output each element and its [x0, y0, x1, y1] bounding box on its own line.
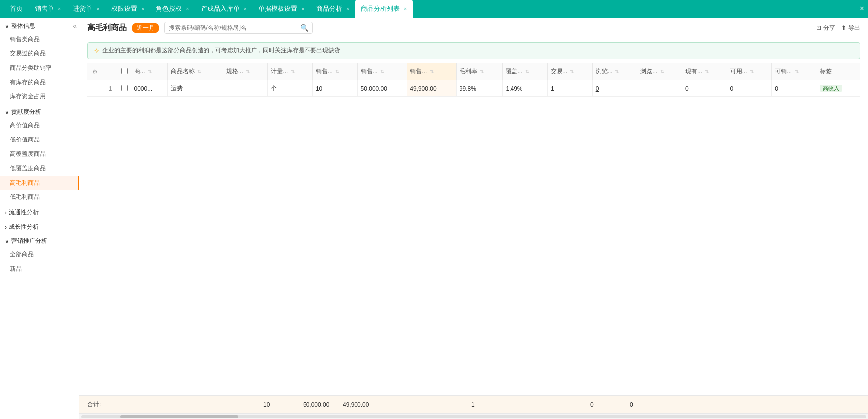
sort-icon: ⇅ — [480, 69, 484, 74]
scroll-track — [81, 415, 866, 418]
chevron-down-icon: ∨ — [5, 23, 9, 30]
row-coverage: 1.49% — [503, 80, 548, 97]
sidebar-group-liquidity[interactable]: › 流通性分析 — [0, 204, 79, 219]
footer-sales-qty: 10 — [260, 401, 300, 408]
sort-icon: ⇅ — [570, 69, 574, 74]
sidebar-item-category-sales-rate[interactable]: 商品分类助销率 — [0, 61, 79, 75]
sidebar-item-low-coverage[interactable]: 低覆盖度商品 — [0, 161, 79, 176]
sidebar-item-new-products[interactable]: 新品 — [0, 262, 79, 276]
sidebar-item-high-margin[interactable]: 高毛利商品 — [0, 176, 79, 190]
column-settings-icon[interactable]: ⚙ — [87, 63, 103, 80]
nav-tab-home[interactable]: 首页 — [4, 0, 29, 18]
close-icon[interactable]: × — [141, 6, 144, 12]
nav-tab-permissions[interactable]: 权限设置 × — [105, 0, 150, 18]
sort-icon: ⇅ — [795, 69, 799, 74]
content-area: 高毛利商品 近一月 🔍 ⊡ 分享 ⬆ 导出 ✧ 企业的主要的利润都是这部分商品创… — [79, 18, 868, 419]
column-transactions[interactable]: 交易... ⇅ — [548, 63, 593, 80]
page-title: 高毛利商品 — [87, 23, 127, 33]
chevron-down-icon: ∨ — [5, 109, 9, 116]
close-icon[interactable]: × — [186, 6, 189, 12]
scroll-thumb[interactable] — [120, 415, 238, 418]
nav-tab-product-analysis-list[interactable]: 商品分析列表 × — [355, 0, 412, 18]
footer-transactions: 1 — [468, 401, 508, 408]
column-spec[interactable]: 规格... ⇅ — [223, 63, 268, 80]
table-container: ⚙ 商... ⇅ 商品名称 ⇅ — [79, 63, 868, 395]
row-available-stock: 0 — [727, 80, 772, 97]
sort-icon: ⇅ — [705, 69, 709, 74]
row-unit: 个 — [268, 80, 313, 97]
row-checkbox-cell[interactable] — [118, 80, 131, 97]
column-code[interactable]: 商... ⇅ — [131, 63, 168, 80]
sidebar-group-growth[interactable]: › 成长性分析 — [0, 219, 79, 233]
tag-badge: 高收入 — [820, 85, 842, 92]
sidebar-group-overall[interactable]: ∨ 整体信息 — [0, 18, 79, 32]
top-nav: 首页 销售单 × 进货单 × 权限设置 × 角色授权 × 产成品入库单 × 单据… — [0, 0, 868, 18]
nav-tab-purchase[interactable]: 进货单 × — [67, 0, 105, 18]
select-all-checkbox[interactable] — [121, 68, 128, 74]
sidebar-item-high-value[interactable]: 高价值商品 — [0, 118, 79, 133]
column-sales-qty[interactable]: 销售... ⇅ — [312, 63, 357, 80]
column-name[interactable]: 商品名称 ⇅ — [168, 63, 223, 80]
sidebar-item-all-products[interactable]: 全部商品 — [0, 247, 79, 262]
footer-sales-profit: 49,900.00 — [340, 401, 389, 408]
column-checkbox[interactable] — [118, 63, 131, 80]
filter-recent-month-button[interactable]: 近一月 — [132, 23, 159, 33]
sidebar-collapse-button[interactable]: « — [73, 22, 77, 30]
row-views2 — [637, 80, 682, 97]
sidebar-item-in-stock-products[interactable]: 有库存的商品 — [0, 75, 79, 90]
info-icon: ✧ — [94, 47, 100, 55]
column-sellable-stock[interactable]: 可销... ⇅ — [772, 63, 817, 80]
sort-icon: ⇅ — [197, 69, 201, 74]
column-current-stock[interactable]: 现有... ⇅ — [682, 63, 727, 80]
column-available-stock[interactable]: 可用... ⇅ — [727, 63, 772, 80]
sidebar-item-high-coverage[interactable]: 高覆盖度商品 — [0, 147, 79, 161]
sidebar-group-contribution[interactable]: ∨ 贡献度分析 — [0, 104, 79, 118]
row-index: 1 — [103, 80, 118, 97]
sidebar-item-low-margin[interactable]: 低毛利商品 — [0, 190, 79, 204]
share-icon: ⊡ — [817, 24, 821, 31]
close-icon[interactable]: × — [96, 6, 99, 12]
table-header-row: ⚙ 商... ⇅ 商品名称 ⇅ — [87, 63, 860, 80]
close-icon[interactable]: × — [346, 6, 349, 12]
nav-tab-sales[interactable]: 销售单 × — [29, 0, 67, 18]
nav-tab-template[interactable]: 单据模板设置 × — [253, 0, 310, 18]
sidebar-item-sales-products[interactable]: 销售类商品 — [0, 32, 79, 47]
row-checkbox[interactable] — [121, 85, 128, 91]
info-banner: ✧ 企业的主要的利润都是这部分商品创造的，可考虑加大推广，同时关注库存是不要出现… — [87, 42, 860, 59]
nav-tab-product-analysis[interactable]: 商品分析 × — [310, 0, 355, 18]
close-icon[interactable]: × — [58, 6, 61, 12]
column-sales-profit[interactable]: 销售... ⇅ — [407, 63, 457, 80]
column-views2[interactable]: 浏览... ⇅ — [637, 63, 682, 80]
close-icon[interactable]: × — [404, 6, 407, 12]
column-tag[interactable]: 标签 — [817, 63, 860, 80]
nav-tab-roles[interactable]: 角色授权 × — [150, 0, 195, 18]
nav-tab-product-inbound[interactable]: 产成品入库单 × — [195, 0, 253, 18]
sidebar-item-low-value[interactable]: 低价值商品 — [0, 133, 79, 147]
column-unit[interactable]: 计量... ⇅ — [268, 63, 313, 80]
sidebar-item-traded-products[interactable]: 交易过的商品 — [0, 47, 79, 61]
chevron-right-icon: › — [5, 224, 7, 231]
sidebar-item-stock-capital[interactable]: 库存资金占用 — [0, 90, 79, 104]
footer-total: 合计: 10 50,000.00 49,900.00 1 0 0 — [79, 395, 868, 413]
close-icon[interactable]: × — [244, 6, 247, 12]
sort-icon: ⇅ — [660, 69, 664, 74]
export-button[interactable]: ⬆ 导出 — [841, 24, 860, 32]
search-input[interactable] — [169, 24, 298, 31]
row-sellable-stock: 0 — [772, 80, 817, 97]
horizontal-scrollbar[interactable] — [79, 413, 868, 419]
column-gross-rate[interactable]: 毛利率 ⇅ — [456, 63, 503, 80]
column-views1[interactable]: 浏览... ⇅ — [592, 63, 637, 80]
share-button[interactable]: ⊡ 分享 — [817, 24, 835, 32]
sort-icon: ⇅ — [335, 69, 339, 74]
nav-close-all-button[interactable]: × — [860, 4, 864, 13]
column-coverage[interactable]: 覆盖... ⇅ — [503, 63, 548, 80]
sidebar: « ∨ 整体信息 销售类商品 交易过的商品 商品分类助销率 有库存的商品 库存资… — [0, 18, 79, 419]
data-table: ⚙ 商... ⇅ 商品名称 ⇅ — [87, 63, 860, 97]
search-icon[interactable]: 🔍 — [300, 24, 308, 32]
row-views1[interactable]: 0 — [592, 80, 637, 97]
sidebar-group-marketing[interactable]: ∨ 营销推广分析 — [0, 233, 79, 247]
search-box: 🔍 — [164, 22, 313, 34]
column-sales-amount[interactable]: 销售... ⇅ — [357, 63, 407, 80]
row-current-stock: 0 — [682, 80, 727, 97]
close-icon[interactable]: × — [301, 6, 304, 12]
